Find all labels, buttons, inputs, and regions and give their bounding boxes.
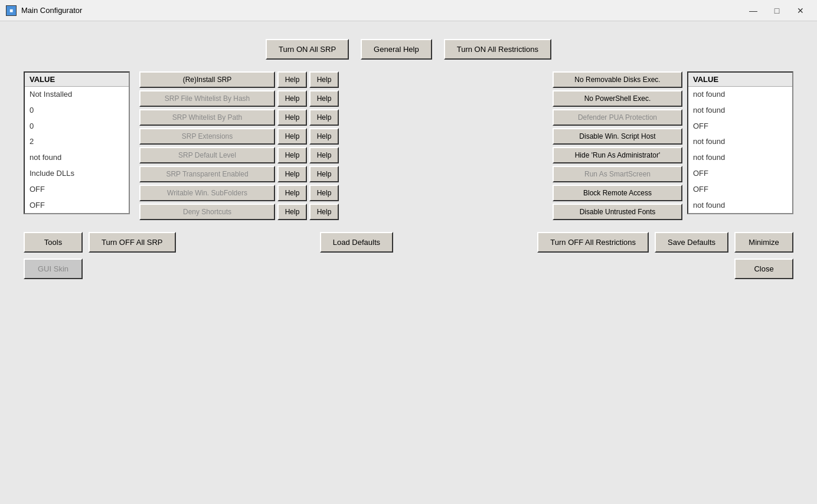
left-value-item-4: not found [25,150,129,166]
srp-row-7: Deny Shortcuts Help Help [139,204,543,220]
right-value-item-7: not found [688,198,792,214]
restriction-row-7: Disable Untrusted Fonts [553,204,682,220]
title-bar: ■ Main Configurator — □ ✕ [0,0,817,21]
main-content: Turn ON All SRP General Help Turn ON All… [0,21,817,504]
no-powershell-button[interactable]: No PowerShell Exec. [553,90,682,107]
srp-extensions-button[interactable]: SRP Extensions [139,128,275,145]
window-title: Main Configurator [21,6,82,15]
bottom2-left: GUI Skin [24,258,83,279]
disable-script-host-button[interactable]: Disable Win. Script Host [553,128,682,145]
srp-help-1b[interactable]: Help [309,90,339,107]
close-button[interactable]: Close [734,258,793,279]
close-window-button[interactable]: ✕ [790,4,811,18]
srp-row-6: Writable Win. SubFolders Help Help [139,185,543,201]
srp-section: (Re)Install SRP Help Help SRP File White… [135,71,548,220]
srp-help-5b[interactable]: Help [309,166,339,182]
block-remote-access-button[interactable]: Block Remote Access [553,185,682,201]
srp-row-3: SRP Extensions Help Help [139,128,543,145]
srp-default-level-button[interactable]: SRP Default Level [139,147,275,163]
save-defaults-button[interactable]: Save Defaults [655,232,728,253]
srp-help-5a[interactable]: Help [277,166,307,182]
hide-run-as-admin-button[interactable]: Hide 'Run As Administrator' [553,147,682,163]
turn-off-srp-button[interactable]: Turn OFF All SRP [89,232,176,253]
srp-writable-button[interactable]: Writable Win. SubFolders [139,185,275,201]
title-controls: — □ ✕ [743,4,811,18]
defender-pua-button[interactable]: Defender PUA Protection [553,109,682,126]
run-as-smartscreen-button[interactable]: Run As SmartScreen [553,166,682,182]
left-value-header: VALUE [25,73,129,87]
bottom-buttons-row: Tools Turn OFF All SRP Load Defaults Tur… [24,232,793,253]
left-value-item-6: OFF [25,182,129,198]
gui-skin-button[interactable]: GUI Skin [24,258,83,279]
tools-button[interactable]: Tools [24,232,83,253]
srp-help-4b[interactable]: Help [309,147,339,163]
minimize-button[interactable]: Minimize [734,232,793,253]
right-value-box: VALUE not found not found OFF not found … [687,71,793,214]
srp-row-0: (Re)Install SRP Help Help [139,71,543,88]
left-value-item-1: 0 [25,103,129,119]
right-value-item-0: not found [688,87,792,103]
turn-on-restrictions-button[interactable]: Turn ON All Restrictions [444,39,551,60]
srp-row-1: SRP File Whitelist By Hash Help Help [139,90,543,107]
srp-file-whitelist-button[interactable]: SRP File Whitelist By Hash [139,90,275,107]
restriction-row-2: Defender PUA Protection [553,109,682,126]
restriction-row-0: No Removable Disks Exec. [553,71,682,88]
general-help-button[interactable]: General Help [361,39,432,60]
srp-help-7a[interactable]: Help [277,204,307,220]
right-value-item-6: OFF [688,182,792,198]
restriction-row-4: Hide 'Run As Administrator' [553,147,682,163]
srp-help-6a[interactable]: Help [277,185,307,201]
srp-row-4: SRP Default Level Help Help [139,147,543,163]
second-bottom-row: GUI Skin Close [24,258,793,279]
srp-deny-shortcuts-button[interactable]: Deny Shortcuts [139,204,275,220]
right-value-item-5: OFF [688,166,792,182]
srp-help-7b[interactable]: Help [309,204,339,220]
right-value-item-4: not found [688,150,792,166]
srp-row-2: SRP Whitelist By Path Help Help [139,109,543,126]
srp-help-2b[interactable]: Help [309,109,339,126]
left-value-box: VALUE Not Installed 0 0 2 not found Incl… [24,71,130,214]
turn-on-srp-button[interactable]: Turn ON All SRP [266,39,349,60]
bottom-left-group: Tools Turn OFF All SRP [24,232,176,253]
srp-help-3b[interactable]: Help [309,128,339,145]
maximize-window-button[interactable]: □ [766,4,787,18]
bottom-center: Load Defaults [182,232,532,253]
left-value-item-3: 2 [25,134,129,150]
srp-transparent-button[interactable]: SRP Transparent Enabled [139,166,275,182]
restriction-row-5: Run As SmartScreen [553,166,682,182]
app-icon: ■ [6,5,17,16]
middle-section: VALUE Not Installed 0 0 2 not found Incl… [24,71,793,220]
bottom2-right: Close [734,258,793,279]
title-bar-left: ■ Main Configurator [6,5,82,16]
right-value-item-3: not found [688,134,792,150]
srp-help-3a[interactable]: Help [277,128,307,145]
srp-help-4a[interactable]: Help [277,147,307,163]
left-value-item-5: Include DLLs [25,166,129,182]
bottom-right-group: Turn OFF All Restrictions Save Defaults … [537,232,793,253]
load-defaults-button[interactable]: Load Defaults [320,232,393,253]
srp-help-0b[interactable]: Help [309,71,339,88]
srp-help-1a[interactable]: Help [277,90,307,107]
minimize-window-button[interactable]: — [743,4,764,18]
right-value-item-2: OFF [688,119,792,135]
srp-row-5: SRP Transparent Enabled Help Help [139,166,543,182]
restriction-row-1: No PowerShell Exec. [553,90,682,107]
left-value-item-0: Not Installed [25,87,129,103]
no-removable-disks-button[interactable]: No Removable Disks Exec. [553,71,682,88]
right-value-item-1: not found [688,103,792,119]
restriction-row-3: Disable Win. Script Host [553,128,682,145]
right-value-header: VALUE [688,73,792,87]
left-value-item-7: OFF [25,198,129,214]
restriction-row-6: Block Remote Access [553,185,682,201]
srp-reinstall-button[interactable]: (Re)Install SRP [139,71,275,88]
srp-help-2a[interactable]: Help [277,109,307,126]
turn-off-restrictions-button[interactable]: Turn OFF All Restrictions [537,232,649,253]
srp-whitelist-path-button[interactable]: SRP Whitelist By Path [139,109,275,126]
top-buttons-row: Turn ON All SRP General Help Turn ON All… [24,39,793,60]
disable-untrusted-fonts-button[interactable]: Disable Untrusted Fonts [553,204,682,220]
restrictions-section: No Removable Disks Exec. No PowerShell E… [553,71,682,220]
srp-help-6b[interactable]: Help [309,185,339,201]
left-value-item-2: 0 [25,119,129,135]
srp-help-0a[interactable]: Help [277,71,307,88]
